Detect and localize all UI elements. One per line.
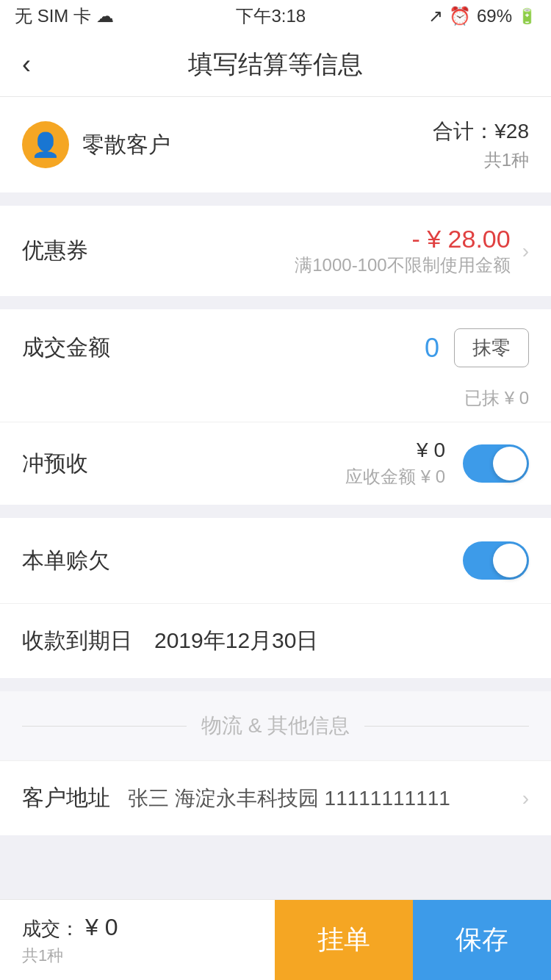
footer-count: 共1种 (22, 945, 253, 967)
duedate-label: 收款到期日 (22, 626, 132, 656)
prepay-row: 冲预收 ¥ 0 应收金额 ¥ 0 (0, 422, 551, 505)
nav-bar: ‹ 填写结算等信息 (0, 32, 551, 97)
customer-right: 合计：¥28 共1种 (433, 118, 529, 172)
amount-row: 成交金额 0 抹零 (0, 309, 551, 386)
save-button[interactable]: 保存 (413, 900, 551, 981)
coupon-value: - ¥ 28.00 (295, 225, 510, 253)
sim-status: 无 SIM 卡 ☁ (15, 4, 114, 28)
prepay-toggle[interactable] (463, 444, 529, 483)
duedate-row: 收款到期日 2019年12月30日 (0, 603, 551, 678)
address-label: 客户地址 (22, 783, 110, 813)
duedate-value: 2019年12月30日 (154, 626, 318, 656)
back-button[interactable]: ‹ (22, 49, 66, 80)
address-row[interactable]: 客户地址 张三 海淀永丰科技园 11111111111 › (0, 760, 551, 835)
prepay-label: 冲预收 (22, 449, 88, 479)
amount-right: 0 抹零 (425, 328, 529, 367)
coupon-right: - ¥ 28.00 满1000-100不限制使用金额 › (295, 225, 529, 277)
prepay-main-value: ¥ 0 (345, 439, 445, 462)
amount-sub: 已抹 ¥ 0 (0, 386, 551, 422)
footer-deal-label: 成交： (22, 916, 79, 942)
customer-count: 共1种 (433, 148, 529, 172)
prepay-values: ¥ 0 应收金额 ¥ 0 (345, 439, 445, 489)
location-icon: ↗ (428, 6, 443, 26)
debt-toggle-thumb (493, 544, 527, 577)
logistics-title: 物流 & 其他信息 (187, 712, 364, 740)
customer-name: 零散客户 (82, 130, 170, 160)
logistics-header: 物流 & 其他信息 (0, 691, 551, 760)
logistics-section: 物流 & 其他信息 客户地址 张三 海淀永丰科技园 11111111111 › (0, 691, 551, 835)
logistics-line-left (22, 726, 187, 727)
battery-icon: 🔋 (518, 7, 536, 25)
customer-section: 👤 零散客户 合计：¥28 共1种 (0, 97, 551, 192)
amount-section: 成交金额 0 抹零 已抹 ¥ 0 冲预收 ¥ 0 应收金额 ¥ 0 (0, 309, 551, 505)
customer-total: 合计：¥28 (433, 118, 529, 145)
amount-value: 0 (425, 333, 439, 364)
footer: 成交： ¥ 0 共1种 挂单 保存 (0, 899, 551, 980)
hangup-button[interactable]: 挂单 (275, 900, 413, 981)
address-chevron-icon: › (522, 787, 529, 810)
debt-row: 本单赊欠 (0, 518, 551, 603)
status-time: 下午3:18 (236, 4, 306, 28)
avatar-icon: 👤 (31, 131, 60, 159)
customer-row: 👤 零散客户 合计：¥28 共1种 (0, 97, 551, 192)
debt-label: 本单赊欠 (22, 546, 110, 576)
coupon-value-block: - ¥ 28.00 满1000-100不限制使用金额 (295, 225, 510, 277)
page-title: 填写结算等信息 (188, 48, 363, 82)
customer-left: 👤 零散客户 (22, 121, 170, 168)
status-bar: 无 SIM 卡 ☁ 下午3:18 ↗ ⏰ 69% 🔋 (0, 0, 551, 32)
battery-percent: 69% (477, 6, 512, 26)
toggle-thumb (493, 447, 527, 480)
logistics-line-right (364, 726, 529, 727)
footer-amount: ¥ 0 (85, 914, 118, 941)
prepay-right: ¥ 0 应收金额 ¥ 0 (345, 439, 529, 489)
coupon-row[interactable]: 优惠券 - ¥ 28.00 满1000-100不限制使用金额 › (0, 206, 551, 296)
amount-label: 成交金额 (22, 333, 110, 363)
customer-avatar: 👤 (22, 121, 69, 168)
debt-toggle[interactable] (463, 541, 529, 580)
coupon-hint: 满1000-100不限制使用金额 (295, 253, 510, 277)
alarm-icon: ⏰ (449, 6, 471, 26)
coupon-section[interactable]: 优惠券 - ¥ 28.00 满1000-100不限制使用金额 › (0, 206, 551, 296)
round-button[interactable]: 抹零 (454, 328, 529, 367)
status-right: ↗ ⏰ 69% 🔋 (428, 6, 536, 26)
address-value: 张三 海淀永丰科技园 11111111111 (128, 785, 522, 813)
chevron-right-icon: › (522, 239, 529, 263)
footer-info: 成交： ¥ 0 共1种 (0, 914, 275, 967)
coupon-label: 优惠券 (22, 236, 88, 266)
prepay-sub-value: 应收金额 ¥ 0 (345, 465, 445, 489)
status-left: 无 SIM 卡 ☁ (15, 4, 114, 28)
debt-section: 本单赊欠 收款到期日 2019年12月30日 (0, 518, 551, 678)
